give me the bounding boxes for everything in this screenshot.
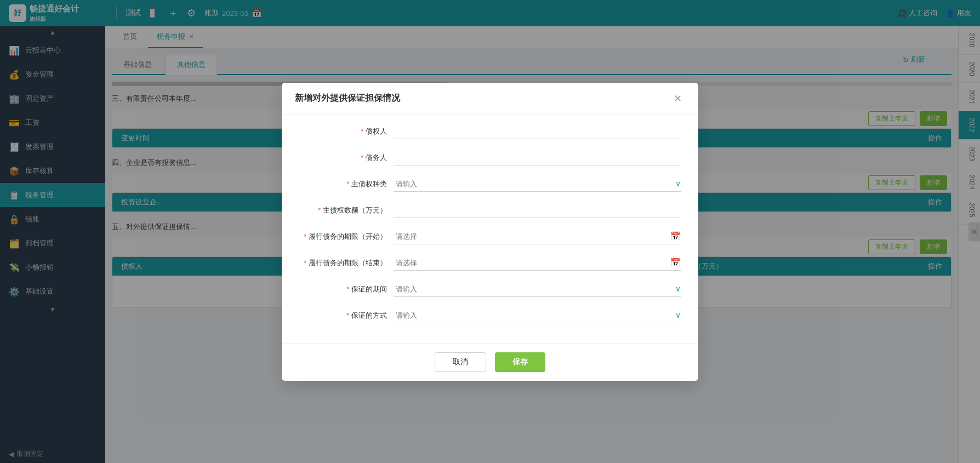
form-row-period-end: * 履行债务的期限（结束） 📅 (299, 255, 681, 271)
form-row-debtor: * 债务人 (299, 150, 681, 165)
period-end-input[interactable] (394, 255, 670, 270)
modal-footer: 取消 保存 (282, 343, 698, 381)
form-row-guarantee-period: * 保证的期间 ∨ (299, 282, 681, 297)
guarantee-method-select[interactable]: ∨ (394, 308, 681, 323)
creditor-input[interactable] (394, 124, 681, 139)
period-start-input[interactable] (394, 229, 670, 244)
guarantee-method-input[interactable] (394, 308, 675, 323)
guarantee-method-label: * 保证的方式 (299, 311, 387, 321)
calendar-start-icon[interactable]: 📅 (670, 231, 681, 241)
calendar-end-icon[interactable]: 📅 (670, 258, 681, 267)
form-row-period-start: * 履行债务的期限（开始） 📅 (299, 229, 681, 244)
cancel-button[interactable]: 取消 (435, 352, 486, 372)
form-row-guarantee-method: * 保证的方式 ∨ (299, 308, 681, 323)
save-button[interactable]: 保存 (495, 352, 545, 372)
modal-dialog: 新增对外提供保证担保情况 ✕ * 债权人 * 债务人 (282, 83, 698, 381)
form-row-creditor: * 债权人 (299, 124, 681, 139)
period-end-label: * 履行债务的期限（结束） (299, 258, 387, 268)
creditor-type-chevron-icon[interactable]: ∨ (675, 179, 681, 188)
period-start-date[interactable]: 📅 (394, 229, 681, 244)
creditor-type-input[interactable] (394, 176, 675, 191)
period-end-date[interactable]: 📅 (394, 255, 681, 271)
form-row-creditor-type: * 主债权种类 ∨ (299, 176, 681, 192)
debtor-label: * 债务人 (299, 153, 387, 163)
period-start-label: * 履行债务的期限（开始） (299, 232, 387, 242)
guarantee-method-chevron-icon[interactable]: ∨ (675, 311, 681, 319)
modal-title: 新增对外提供保证担保情况 (295, 93, 400, 104)
modal-overlay: 新增对外提供保证担保情况 ✕ * 债权人 * 债务人 (0, 0, 980, 463)
guarantee-period-select[interactable]: ∨ (394, 282, 681, 297)
form-row-creditor-amount: * 主债权数额（万元） (299, 203, 681, 218)
creditor-type-select[interactable]: ∨ (394, 176, 681, 192)
creditor-amount-input[interactable] (394, 203, 681, 218)
guarantee-period-input[interactable] (394, 282, 675, 296)
guarantee-period-chevron-icon[interactable]: ∨ (675, 284, 681, 293)
guarantee-period-label: * 保证的期间 (299, 284, 387, 294)
creditor-type-label: * 主债权种类 (299, 179, 387, 189)
modal-body: * 债权人 * 债务人 * 主债权种类 (282, 115, 698, 343)
creditor-label: * 债权人 (299, 127, 387, 136)
debtor-input[interactable] (394, 150, 681, 165)
modal-close-button[interactable]: ✕ (670, 92, 685, 106)
creditor-amount-label: * 主债权数额（万元） (299, 205, 387, 215)
modal-header: 新增对外提供保证担保情况 ✕ (282, 83, 698, 115)
